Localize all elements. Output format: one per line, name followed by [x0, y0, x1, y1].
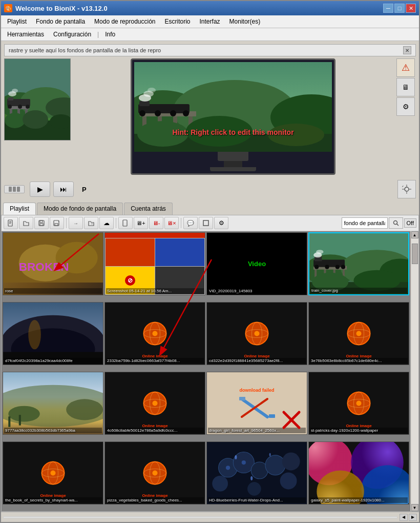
svg-point-97 — [153, 331, 158, 336]
tool-square[interactable] — [199, 217, 213, 229]
thumb-label-5: d7fcaf04f2c20398a1a29caa4dc008fe — [4, 358, 102, 364]
drag-drop-area: rastre y suelte aquí los fondos de panta… — [4, 44, 416, 175]
svg-point-37 — [148, 88, 156, 93]
svg-point-17 — [23, 110, 48, 129]
svg-point-113 — [66, 399, 103, 420]
thumbnail-grid: BROKEN rose — [2, 231, 410, 511]
thumb-13[interactable]: Online image the_book_of_secrets_by_shay… — [3, 441, 103, 505]
menu-modo[interactable]: Modo de reproducción — [90, 16, 159, 27]
tool-cloud[interactable]: ☁ — [99, 217, 114, 229]
monitor-button[interactable]: 🖥 — [396, 78, 415, 96]
tool-save-as[interactable]: + — [50, 217, 64, 229]
thumb-label-14: pizza_vegetables_baked_goods_chees... — [106, 497, 204, 503]
svg-rect-112 — [19, 415, 21, 426]
menu-bar-1: Playlist Fondo de pantalla Modo de repro… — [1, 15, 419, 28]
menu-monitor[interactable]: Monitor(es) — [225, 16, 265, 27]
position-indicator: P — [82, 186, 87, 193]
thumb-7[interactable]: Online image cd322e2d392f188841e35685273… — [206, 302, 307, 365]
thumb-4[interactable]: train_cover.jpg — [308, 232, 409, 295]
close-button[interactable]: ✕ — [406, 4, 416, 13]
alert-button[interactable]: ⚠ — [396, 58, 415, 77]
thumb-6[interactable]: Online image 2332ba759b-1d82bec0663af377… — [104, 302, 205, 365]
tool-monitor-remove[interactable]: 🖥- — [149, 217, 163, 229]
svg-point-156 — [269, 453, 271, 456]
menu-interfaz[interactable]: Interfaz — [196, 16, 224, 27]
menu-configuracion[interactable]: Configuración — [49, 29, 95, 39]
search-input[interactable] — [342, 217, 388, 229]
settings-wheel[interactable]: ⚙ — [396, 97, 415, 116]
online-14: Online image — [105, 442, 205, 504]
tool-monitor-delete[interactable]: 🖥× — [164, 217, 179, 229]
tool-export[interactable]: → — [69, 217, 83, 229]
thumb-9[interactable]: 9777aa38cc032b308b563db7365a9ba — [3, 372, 103, 435]
thumb-10[interactable]: Online image 4c608c8abfe50012e786a5a9dfc… — [104, 372, 205, 435]
thumb-12[interactable]: Online image st-patricks-day-1920x1200-w… — [308, 372, 409, 435]
progress-bar — [3, 516, 397, 518]
online-10: Online image — [105, 372, 205, 434]
thumb-5[interactable]: d7fcaf04f2c20398a1a29caa4dc008fe — [3, 302, 103, 365]
transport-bar: ▶ ⏭ P — [1, 178, 419, 200]
thumb-2[interactable]: ⊘ Screenshot 05-14-21 at 10.56 Am... — [104, 232, 205, 295]
thumb-3[interactable]: Video VID_20200319_145803 — [206, 232, 307, 295]
scroll-down-btn[interactable]: ▼ — [411, 504, 418, 511]
thumb-15[interactable]: HD-Blueberries-Fruit-Water-Drops-And... — [206, 441, 307, 505]
thumb-8[interactable]: Online image 3e76b5063e8b8cc85b67c1de680… — [308, 302, 409, 365]
top-section: rastre y suelte aquí los fondos de panta… — [1, 41, 419, 178]
thumb-label-3: VID_20200319_145803 — [208, 288, 306, 294]
thumb-label-6: 2332ba759b-1d82bec0663af377f4b08... — [106, 358, 204, 364]
forward-btn[interactable]: ▶ — [409, 514, 417, 521]
thumb-1[interactable]: BROKEN rose — [3, 232, 103, 295]
minimize-button[interactable]: ─ — [383, 4, 393, 13]
skip-button[interactable]: ⏭ — [53, 182, 74, 197]
play-button[interactable]: ▶ — [30, 182, 50, 197]
svg-rect-30 — [139, 101, 150, 106]
svg-point-81 — [335, 265, 340, 269]
tab-cuenta-atras[interactable]: Cuenta atrás — [124, 203, 173, 215]
preview-container: 1920x1080 — [4, 58, 416, 175]
thumb-label-15: HD-Blueberries-Fruit-Water-Drops-And... — [208, 497, 306, 503]
monitor-hint: Hint: Right click to edit this monitor — [134, 128, 332, 136]
svg-rect-122 — [269, 414, 275, 418]
tool-monitor-add[interactable]: 🖥+ — [134, 217, 148, 229]
tab-modo-fondo[interactable]: Modo de fondo de pantalla — [37, 203, 123, 215]
playlist-section: + → + ☁ 🖥+ 🖥- 🖥× 💬 — [1, 215, 419, 512]
rewind-btn[interactable]: ◀ — [400, 514, 408, 521]
thumb-14[interactable]: Online image pizza_vegetables_baked_good… — [104, 441, 205, 505]
search-area: Off — [342, 217, 416, 229]
thumb-label-2: Screenshot 05-14-21 at 10.56 Am... — [106, 288, 204, 294]
search-button[interactable] — [389, 217, 403, 229]
title-bar: 🎨 Welcome to BioniX - v13.12.0 ─ □ ✕ — [1, 1, 419, 15]
thumb-16[interactable]: galaxy_s5_paint-wallpaper-1920x1080... — [308, 441, 409, 505]
maximize-button[interactable]: □ — [394, 4, 405, 13]
svg-point-151 — [282, 453, 300, 471]
drag-drop-text: rastre y suelte aquí los fondos de panta… — [9, 47, 161, 53]
config-button[interactable] — [397, 180, 416, 198]
tool-save[interactable] — [34, 217, 49, 229]
menu-escritorio[interactable]: Escritorio — [161, 16, 195, 27]
scroll-up-btn[interactable]: ▲ — [411, 231, 418, 238]
tool-new[interactable] — [4, 217, 18, 229]
tab-playlist[interactable]: Playlist — [3, 203, 36, 215]
menu-playlist[interactable]: Playlist — [3, 16, 31, 27]
menu-herramientas[interactable]: Herramientas — [3, 29, 48, 39]
tool-new-item[interactable] — [118, 217, 133, 229]
svg-rect-9 — [8, 97, 13, 100]
grid-wrapper: BROKEN rose — [2, 231, 418, 511]
monitor-frame[interactable]: 1920x1080 — [131, 58, 335, 175]
thumb-11[interactable]: download failed — [206, 372, 307, 435]
tool-settings[interactable]: ⚙ — [214, 217, 228, 229]
thumb-label-4: train_cover.jpg — [310, 288, 407, 293]
scrollbar[interactable]: ▲ ▼ — [410, 231, 418, 511]
scroll-thumb[interactable] — [412, 244, 418, 264]
status-bar: ◀ ▶ — [1, 512, 419, 522]
slider-control[interactable] — [4, 185, 25, 193]
svg-text:BROKEN: BROKEN — [19, 260, 69, 273]
menu-info[interactable]: Info — [101, 29, 119, 39]
right-panel: ⚠ 🖥 ⚙ — [395, 58, 416, 116]
tool-open[interactable] — [19, 217, 33, 229]
tool-add-folder[interactable]: + — [84, 217, 98, 229]
svg-rect-56 — [55, 224, 58, 226]
drag-drop-close[interactable]: ✕ — [403, 46, 411, 54]
menu-fondo[interactable]: Fondo de pantalla — [32, 16, 89, 27]
tool-comment[interactable]: 💬 — [183, 217, 198, 229]
